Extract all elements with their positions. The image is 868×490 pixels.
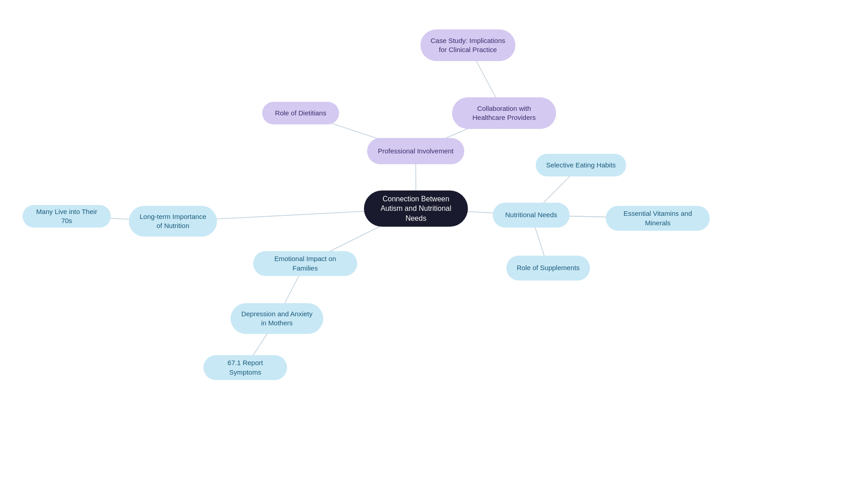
essential-vitamins-node[interactable]: Essential Vitamins and Minerals (606, 206, 710, 231)
role-of-dietitians-node[interactable]: Role of Dietitians (262, 102, 339, 124)
center-node[interactable]: Connection Between Autism and Nutritiona… (364, 190, 468, 227)
emotional-impact-node[interactable]: Emotional Impact on Families (253, 251, 357, 276)
case-study-node[interactable]: Case Study: Implications for Clinical Pr… (420, 29, 515, 61)
role-supplements-node[interactable]: Role of Supplements (506, 256, 590, 281)
many-live-node[interactable]: Many Live into Their 70s (23, 205, 111, 228)
collaboration-healthcare-node[interactable]: Collaboration with Healthcare Providers (452, 97, 556, 129)
selective-eating-node[interactable]: Selective Eating Habits (536, 154, 626, 176)
nutritional-needs-node[interactable]: Nutritional Needs (493, 203, 570, 228)
depression-anxiety-node[interactable]: Depression and Anxiety in Mothers (231, 303, 323, 334)
longterm-nutrition-node[interactable]: Long-term Importance of Nutrition (129, 206, 217, 237)
report-symptoms-node[interactable]: 67.1 Report Symptoms (203, 355, 287, 380)
professional-involvement-node[interactable]: Professional Involvement (367, 138, 464, 164)
mindmap-canvas (0, 0, 868, 490)
